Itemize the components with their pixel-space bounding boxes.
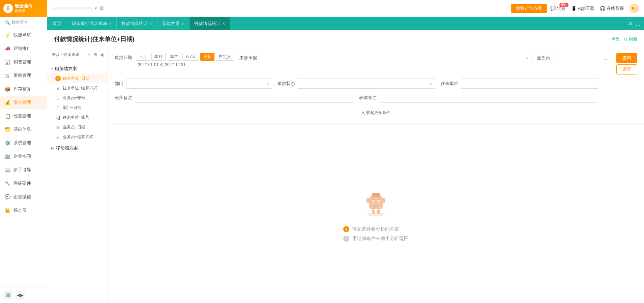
user-avatar[interactable]: Rit (630, 4, 639, 13)
dept-select[interactable]: ▾ (126, 79, 272, 89)
tab-payment[interactable]: 付款情况统计 ✕ (189, 17, 230, 30)
date-tab-this-month[interactable]: 本月 (151, 53, 166, 61)
filter-settings-button[interactable]: 设置 (616, 64, 637, 74)
sidebar-item-inventory[interactable]: 📦 库存核算 (0, 82, 47, 96)
settings-footer-btn[interactable]: ⚙️ (3, 290, 13, 300)
message-icon: 💬 (550, 6, 556, 11)
sidebar-item-sales[interactable]: 📊 销售管理 (0, 55, 47, 69)
scheme-dept-date[interactable]: ⊞ 部门+日期 (47, 103, 108, 113)
query-button[interactable]: 查询 (616, 53, 637, 63)
source-select[interactable]: ▾ (260, 53, 531, 63)
sidebar-item-member[interactable]: 👑 畅会员 (0, 204, 47, 217)
doc-status-select[interactable]: ▾ (298, 79, 435, 89)
customer-service-btn[interactable]: 🎧 在线客服 (600, 5, 624, 11)
account-chevron-icon[interactable]: ▾ (95, 6, 97, 11)
tab-receive[interactable]: 收款情况统计 ✕ (117, 17, 157, 30)
date-tab-this-year[interactable]: 本年 (167, 53, 181, 61)
tab-home[interactable]: 首页 (47, 17, 67, 30)
logo-title: 畅捷通巧 (15, 3, 32, 9)
tab-cashflow-close-icon[interactable]: ✕ (109, 22, 112, 26)
collapse-left-panel-icon[interactable]: ◀ (100, 52, 104, 57)
svg-rect-10 (377, 209, 380, 214)
scheme-staff-settle[interactable]: ⊞ 业务员+结算方式 (47, 132, 108, 142)
settings-gear-icon[interactable]: ⚙ (99, 5, 104, 11)
refresh-btn[interactable]: ↻ 刷新 (623, 36, 637, 42)
sidebar-item-newbie[interactable]: 📖 新手引导 (0, 163, 47, 177)
date-tab-more[interactable]: 更多 (200, 53, 214, 61)
scheme-staff-settle-label: 业务员+结算方式 (63, 134, 93, 140)
sidebar-item-label: 智能硬件 (13, 180, 31, 186)
sidebar-footer: ⚙️ ◀▶ (0, 286, 47, 303)
quick-nav-icon: ⚡ (4, 32, 11, 38)
sidebar-item-enterprise[interactable]: 🏢 企业协同 (0, 150, 47, 163)
staff-input[interactable]: ... (553, 53, 611, 63)
scheme-staff-account[interactable]: ⊞ 业务员+账号 (47, 93, 108, 103)
sidebar-item-quick-nav[interactable]: ⚡ 快捷导航 (0, 28, 47, 42)
tip-num-2: 2 (343, 236, 349, 242)
left-panel-icons: ＋ ⚙ ◀ (87, 52, 104, 58)
scheme-staff-account-label: 业务员+账号 (63, 95, 85, 101)
collapse-up-icon: ⋀ (361, 111, 365, 115)
tab-new-plan-close-icon[interactable]: ✕ (181, 22, 184, 26)
tab-payment-close-icon[interactable]: ✕ (222, 22, 225, 26)
empty-state-illustration (359, 186, 393, 219)
scheme-group-pc-header[interactable]: ▾ 电脑端方案 (47, 64, 108, 73)
sidebar-item-label: 采购管理 (13, 72, 31, 79)
sidebar-item-smart[interactable]: 🔧 智能硬件 (0, 177, 47, 190)
add-scheme-icon[interactable]: ＋ (87, 52, 91, 58)
app-icon: 📱 (571, 6, 577, 11)
date-range-display: 2022-01-01 至 2022-12-31 (138, 62, 234, 68)
expand-tab-icon[interactable]: ⛶ (635, 21, 641, 27)
partner-dots-icon[interactable]: ... (591, 81, 595, 87)
tab-new-plan[interactable]: 新建方案 ✕ (157, 17, 189, 30)
sidebar-item-capital[interactable]: 💰 资金管理 (0, 96, 47, 109)
date-tab-custom[interactable]: 自定义 (216, 53, 234, 61)
collapse-more-btn[interactable]: ⋀ 收起更多条件 (115, 107, 637, 118)
scheme-unit-date[interactable]: ● 往来单位+日期 (47, 73, 108, 83)
tip-num-1: 1 (343, 226, 349, 232)
svg-point-5 (373, 201, 374, 202)
sidebar-item-basic-info[interactable]: 🗂️ 基础信息 (0, 123, 47, 136)
collapse-sidebar-btn[interactable]: ◀▶ (16, 290, 25, 300)
messages-btn[interactable]: 💬 消息 99+ (550, 5, 566, 11)
scheme-unit-account[interactable]: 📊 往来单位+账号 (47, 113, 108, 122)
sidebar-item-marketing[interactable]: 📣 营销推广 (0, 42, 47, 55)
header-note-input[interactable] (135, 93, 354, 103)
empty-tip-2: 2 用过滤条件来缩小分析范围 (343, 236, 409, 242)
unit-date-icon: ● (55, 76, 61, 81)
dept-date-icon: ⊞ (55, 105, 61, 111)
scheme-unit-settle[interactable]: ⊞ 往来单位+结算方式 (47, 83, 108, 93)
sidebar-item-label: 新手引导 (13, 167, 31, 173)
sidebar-logo: 6 畅捷通巧 标准版 (0, 0, 47, 17)
collapse-label: 收起更多条件 (366, 110, 390, 116)
export-label: 导出 (611, 36, 620, 42)
app-download-label: App下载 (578, 5, 594, 11)
date-tab-7days[interactable]: 近7天 (182, 53, 199, 61)
refresh-label: 刷新 (628, 36, 637, 42)
sidebar-item-label: 快捷导航 (13, 32, 31, 38)
date-tab-last-month[interactable]: 上月 (136, 53, 150, 61)
trial-btn[interactable]: 体验行业方案 (511, 4, 547, 13)
account-name[interactable] (52, 7, 93, 9)
scheme-staff-date[interactable]: ⊞ 业务员+日期 (47, 122, 108, 132)
refresh-icon: ↻ (623, 37, 627, 42)
search-menu[interactable]: 🔍 搜索菜单 (0, 17, 47, 28)
body-note-input[interactable] (379, 93, 598, 103)
sidebar-item-operation[interactable]: 📋 经营管理 (0, 109, 47, 123)
partner-input[interactable]: ... (461, 79, 598, 89)
scheme-group-mobile-header[interactable]: ▶ 移动端方案 (47, 143, 108, 153)
tab-cashflow[interactable]: 现金银行流水查询 ✕ (67, 17, 117, 30)
close-all-tabs-icon[interactable]: ✕ (628, 21, 633, 27)
sidebar-item-weixin[interactable]: 💬 企业微信 (0, 190, 47, 204)
filter-rows: 单据日期 上月 本月 本年 近7天 更多 自定义 (115, 53, 637, 103)
pc-group-arrow-icon: ▾ (51, 67, 53, 71)
app-download-btn[interactable]: 📱 App下载 (571, 5, 594, 11)
sidebar-item-system[interactable]: ⚙️ 系统管理 (0, 136, 47, 150)
export-btn[interactable]: ↑ 导出 (608, 36, 620, 42)
page-title: 付款情况统计(往来单位+日期) (54, 35, 135, 43)
purchase-icon: 🛒 (4, 72, 11, 79)
scheme-settings-icon[interactable]: ⚙ (93, 52, 98, 57)
sidebar-item-purchase[interactable]: 🛒 采购管理 (0, 69, 47, 82)
tab-receive-close-icon[interactable]: ✕ (149, 22, 152, 26)
staff-dots-icon[interactable]: ... (604, 55, 608, 61)
